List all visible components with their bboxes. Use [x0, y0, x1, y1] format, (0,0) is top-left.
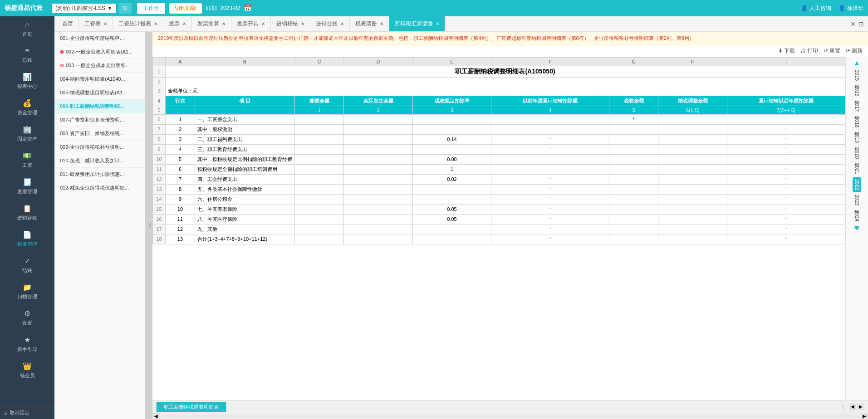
cell-c1[interactable] — [294, 204, 343, 214]
form-item-006[interactable]: 006-职工薪酬纳税调整明细... — [54, 100, 145, 113]
sidebar-item-report-center[interactable]: 📊 报表中心 — [0, 68, 54, 94]
sheet-scroll-left[interactable]: ◀ — [849, 404, 856, 410]
tab-close-icon[interactable]: ✕ — [340, 21, 344, 26]
cell-c1[interactable] — [294, 134, 343, 144]
sheet-scroll-right[interactable]: ▶ — [857, 404, 864, 410]
cell-c3[interactable]: 0.05 — [412, 204, 491, 214]
cell-c6[interactable] — [658, 174, 727, 184]
cell-c5[interactable] — [609, 224, 658, 234]
cell-c3[interactable] — [412, 234, 491, 244]
cell-c1[interactable] — [294, 114, 343, 124]
cell-c1[interactable] — [294, 154, 343, 164]
cell-c5[interactable] — [609, 134, 658, 144]
tab-close-icon[interactable]: ✕ — [103, 21, 107, 26]
tab-首页[interactable]: 首页 — [57, 16, 79, 32]
tab-close-icon[interactable]: ✕ — [222, 21, 226, 26]
download-button[interactable]: ⬇ 下载 — [778, 47, 795, 55]
cell-c6[interactable] — [658, 184, 727, 194]
cell-c3[interactable] — [412, 144, 491, 154]
form-item-009[interactable]: 009-企业所得税税补亏填明... — [54, 141, 145, 154]
sidebar-item-settlement[interactable]: ✓ 结账 — [0, 252, 54, 278]
sidebar-item-archive-mgmt[interactable]: 📁 归档管理 — [0, 278, 54, 305]
cell-c6[interactable] — [658, 154, 727, 164]
cell-c1[interactable] — [294, 174, 343, 184]
horizontal-scrollbar[interactable]: ◀ ▶ — [152, 413, 868, 419]
sidebar-item-new-guide[interactable]: ★ 新手引导 — [0, 331, 54, 357]
cell-c3[interactable] — [412, 184, 491, 194]
cell-c5[interactable] — [609, 234, 658, 244]
cell-c1[interactable] — [294, 224, 343, 234]
cell-c1[interactable] — [294, 214, 343, 224]
year-item-2016年[interactable]: 2016年 — [853, 83, 861, 98]
tab-税表清册[interactable]: 税表清册✕ — [350, 16, 389, 32]
form-item-003[interactable]: ⊗003-一般企业成本支出明细... — [54, 59, 145, 73]
tab-发票开具[interactable]: 发票开具✕ — [231, 16, 271, 32]
scroll-right-button[interactable]: ▶ — [861, 413, 868, 419]
cell-c5[interactable] — [609, 154, 658, 164]
tab-close-icon[interactable]: ✕ — [380, 21, 383, 26]
cell-c3[interactable]: 0.14 — [412, 134, 491, 144]
tab-发票测算[interactable]: 发票测算✕ — [192, 16, 231, 32]
cell-c1[interactable] — [294, 124, 343, 134]
collapse-panel-button[interactable]: 《 — [145, 32, 152, 419]
year-item-2024年[interactable]: 2024年 — [853, 209, 861, 223]
cell-c3[interactable]: 0.05 — [412, 214, 491, 224]
cell-c1[interactable] — [294, 144, 343, 154]
form-item-004[interactable]: 004-期间费用明细表(A1040... — [54, 73, 145, 86]
sidebar-item-invoice-mgmt[interactable]: 🧾 发票管理 — [0, 173, 54, 200]
sidebar-item-home[interactable]: ⌂ 首页 — [0, 16, 54, 42]
tab-close-icon[interactable]: ✕ — [436, 21, 439, 26]
maximize-button[interactable]: ⊡ — [858, 20, 864, 28]
tab-发票[interactable]: 发票✕ — [163, 16, 192, 32]
cell-c3[interactable] — [412, 124, 491, 134]
year-item-2023年[interactable]: 2023年 — [853, 193, 861, 207]
cell-c5[interactable] — [609, 164, 658, 174]
cell-c2[interactable] — [344, 234, 413, 244]
tab-工资表[interactable]: 工资表✕ — [79, 16, 113, 32]
sidebar-item-sales-ledger[interactable]: 📋 进销台账 — [0, 200, 54, 226]
year-up-button[interactable]: ▲ — [853, 59, 861, 67]
cell-c3[interactable] — [412, 114, 491, 124]
cell-c5[interactable] — [609, 174, 658, 184]
cell-c6[interactable] — [658, 114, 727, 124]
cell-c2[interactable] — [344, 134, 413, 144]
cell-c5[interactable] — [609, 194, 658, 204]
cell-c2[interactable] — [344, 194, 413, 204]
cell-c5[interactable] — [609, 204, 658, 214]
cell-c2[interactable] — [344, 144, 413, 154]
year-item-2017年[interactable]: 2017年 — [853, 99, 861, 113]
year-item-2020年[interactable]: 2020年 — [853, 146, 861, 161]
sidebar-item-settings[interactable]: ⚙ 设置 — [0, 305, 54, 331]
year-item-2019年[interactable]: 2019年 — [853, 130, 861, 145]
form-item-011[interactable]: 011-研发费用加计扣除优惠... — [54, 168, 145, 181]
sidebar-item-tax-mgmt[interactable]: 📄 税务管理 — [0, 226, 54, 252]
close-window-button[interactable]: ✕ — [850, 20, 856, 28]
form-item-012[interactable]: 012-减免企业所得税优惠明细... — [54, 181, 145, 195]
sidebar-item-fixed-assets[interactable]: 🏢 固定资产 — [0, 121, 54, 147]
cell-c2[interactable] — [344, 114, 413, 124]
year-item-2018年[interactable]: 2018年 — [853, 115, 861, 129]
sidebar-item-general-ledger[interactable]: ≡ 总账 — [0, 42, 54, 68]
cell-c6[interactable] — [658, 134, 727, 144]
cell-c3[interactable]: 0.02 — [412, 174, 491, 184]
form-item-001[interactable]: 001-企业所得税年度纳税申... — [54, 32, 145, 45]
cancel-fixed-button[interactable]: ⊿ 取消固定 — [0, 406, 54, 419]
tab-所得税汇算清缴[interactable]: 所得税汇算清缴✕ — [389, 16, 445, 32]
scroll-left-button[interactable]: ◀ — [152, 413, 160, 419]
tab-close-icon[interactable]: ✕ — [301, 21, 304, 26]
year-item-2021年[interactable]: 2021年 — [853, 161, 861, 176]
tab-进销稽核[interactable]: 进销稽核✕ — [271, 16, 310, 32]
cell-c2[interactable] — [344, 184, 413, 194]
cell-c5[interactable] — [609, 144, 658, 154]
form-item-002[interactable]: ⊗002-一般企业收入明细表(A1... — [54, 45, 145, 59]
cell-c5[interactable]: * — [609, 114, 658, 124]
cell-c1[interactable] — [294, 234, 343, 244]
year-down-button[interactable]: ▼ — [853, 224, 861, 232]
refresh-button[interactable]: ⟳ 刷新 — [846, 47, 863, 55]
cell-c5[interactable] — [609, 214, 658, 224]
cell-c6[interactable] — [658, 164, 727, 174]
cell-c2[interactable] — [344, 174, 413, 184]
cell-c6[interactable] — [658, 234, 727, 244]
cell-c1[interactable] — [294, 164, 343, 174]
cell-c1[interactable] — [294, 194, 343, 204]
